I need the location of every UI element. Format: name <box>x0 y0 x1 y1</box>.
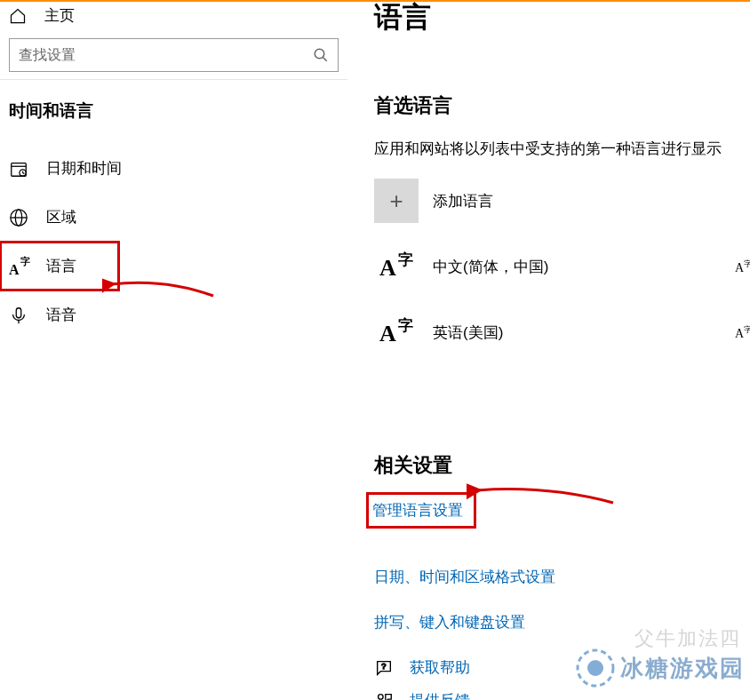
search-input[interactable] <box>19 47 313 63</box>
search-icon <box>313 47 329 63</box>
sidebar: 主页 时间和语言 日期和时间 区域 <box>0 2 347 700</box>
sidebar-item-label: 区域 <box>46 207 76 227</box>
language-label: 中文(简体，中国) <box>433 257 548 277</box>
preferred-languages-title: 首选语言 <box>374 92 750 119</box>
svg-line-6 <box>23 172 25 173</box>
language-a-icon: A字 <box>735 324 750 341</box>
svg-point-13 <box>379 694 384 699</box>
sidebar-item-label: 日期和时间 <box>46 158 122 179</box>
clock-calendar-icon <box>9 159 28 179</box>
language-glyph-icon: A字 <box>374 244 419 289</box>
language-a-icon: A 字 <box>9 257 28 276</box>
svg-point-0 <box>315 49 324 59</box>
svg-text:?: ? <box>381 661 386 670</box>
language-item-english[interactable]: A字 英语(美国) A字 <box>374 310 750 354</box>
feedback-row: 提供反馈 <box>374 690 750 700</box>
sidebar-item-label: 语言 <box>46 256 76 276</box>
link-spelling-keyboard[interactable]: 拼写、键入和键盘设置 <box>374 612 750 632</box>
add-language-button[interactable]: + 添加语言 <box>374 179 750 223</box>
content-area: 语言 首选语言 应用和网站将以列表中受支持的第一种语言进行显示 + 添加语言 A… <box>347 2 750 700</box>
link-feedback[interactable]: 提供反馈 <box>410 690 470 700</box>
sidebar-item-datetime[interactable]: 日期和时间 <box>0 144 347 193</box>
home-icon <box>9 7 27 25</box>
page-title: 语言 <box>374 0 750 37</box>
preferred-languages-desc: 应用和网站将以列表中受支持的第一种语言进行显示 <box>374 139 750 159</box>
sidebar-nav-list: 日期和时间 区域 A 字 语言 语音 <box>0 139 347 345</box>
add-language-label: 添加语言 <box>433 191 493 211</box>
chat-help-icon: ? <box>374 658 394 678</box>
language-item-chinese[interactable]: A字 中文(简体，中国) A字 <box>374 244 750 289</box>
microphone-icon <box>9 306 28 325</box>
search-wrap <box>0 31 347 80</box>
sidebar-item-label: 语音 <box>46 305 76 325</box>
svg-rect-10 <box>16 307 21 317</box>
feedback-icon <box>374 691 394 701</box>
link-get-help[interactable]: 获取帮助 <box>410 657 470 678</box>
sidebar-item-speech[interactable]: 语音 <box>0 290 347 339</box>
svg-line-1 <box>323 57 327 61</box>
related-settings-title: 相关设置 <box>374 452 750 479</box>
help-row: ? 获取帮助 <box>374 657 750 678</box>
sidebar-item-language[interactable]: A 字 语言 <box>0 242 119 290</box>
sidebar-item-region[interactable]: 区域 <box>0 193 347 242</box>
language-a-icon: A字 <box>735 259 750 275</box>
plus-icon: + <box>374 179 419 223</box>
link-datetime-format[interactable]: 日期、时间和区域格式设置 <box>374 567 750 587</box>
language-glyph-icon: A字 <box>374 310 419 354</box>
sidebar-category-title: 时间和语言 <box>0 80 347 139</box>
globe-icon <box>9 208 28 227</box>
language-label: 英语(美国) <box>433 322 503 343</box>
sidebar-home-label: 主页 <box>44 5 75 26</box>
link-manage-language[interactable]: 管理语言设置 <box>369 495 474 526</box>
search-box[interactable] <box>9 38 339 72</box>
sidebar-home[interactable]: 主页 <box>0 2 347 31</box>
related-links: 管理语言设置 日期、时间和区域格式设置 拼写、键入和键盘设置 <box>374 495 750 632</box>
